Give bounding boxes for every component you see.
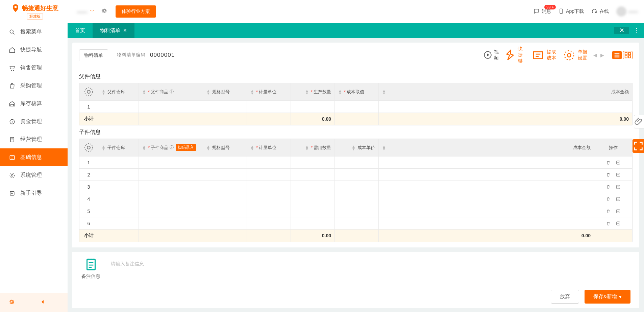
- add-row-icon[interactable]: [616, 208, 621, 214]
- col-child-unit[interactable]: ▲▼*计量单位: [247, 139, 291, 156]
- cell-parent-qty[interactable]: [291, 101, 335, 113]
- col-child-cost-amount[interactable]: ▲▼成本金额: [379, 139, 594, 156]
- col-child-spec[interactable]: ▲▼规格型号: [203, 139, 247, 156]
- col-parent-cost-amount[interactable]: ▲▼成本金额: [379, 83, 632, 100]
- cta-industry-button[interactable]: 体验行业方案: [116, 5, 156, 18]
- save-new-button[interactable]: 保存&新增 ▾: [585, 290, 630, 304]
- delete-row-icon[interactable]: [606, 208, 611, 214]
- add-row-icon[interactable]: [616, 172, 621, 178]
- card-icon: [9, 154, 16, 161]
- user-menu[interactable]: ——: [616, 6, 638, 17]
- cell-parent-product[interactable]: [139, 101, 203, 113]
- col-parent-product[interactable]: ▲▼*父件商品ⓘ: [139, 83, 203, 100]
- cell-parent-warehouse[interactable]: [98, 101, 139, 113]
- prev-record-icon[interactable]: ◀: [593, 52, 597, 58]
- sidebar-item-quicknav[interactable]: 快捷导航: [0, 41, 68, 59]
- action-doc-settings[interactable]: 单据设置: [562, 48, 588, 62]
- scan-entry-tag[interactable]: 扫码录入: [176, 144, 196, 151]
- child-row[interactable]: 3: [79, 181, 632, 193]
- action-extract-cost[interactable]: 提取成本: [531, 48, 557, 62]
- org-selector[interactable]: —— ﹀: [77, 8, 95, 15]
- help-icon[interactable]: ⓘ: [170, 145, 174, 150]
- delete-row-icon[interactable]: [606, 160, 611, 166]
- action-doc-settings-label: 单据设置: [578, 49, 588, 61]
- attachment-side-tab[interactable]: [634, 115, 644, 128]
- col-child-ops: 操作: [594, 139, 632, 156]
- delete-row-icon[interactable]: [606, 220, 611, 226]
- delete-row-icon[interactable]: [606, 184, 611, 190]
- col-child-warehouse[interactable]: ▲▼子件仓库: [98, 139, 139, 156]
- sidebar-item-system[interactable]: 系统管理: [0, 166, 68, 184]
- view-card-button[interactable]: [623, 51, 633, 59]
- sidebar-item-guide[interactable]: 新手引导: [0, 184, 68, 202]
- sidebar-item-search[interactable]: 搜索菜单: [0, 23, 68, 41]
- close-icon[interactable]: ✕: [123, 28, 127, 33]
- svg-text:¥: ¥: [11, 120, 13, 123]
- panel-mini-tab[interactable]: 物料清单: [79, 49, 108, 61]
- col-child-unit-cost[interactable]: ▲▼成本单价: [335, 139, 379, 156]
- sidebar-label: 资金管理: [20, 118, 42, 125]
- action-video-label: 视频: [494, 49, 499, 61]
- messages-link[interactable]: 消息 99 +: [534, 8, 551, 15]
- fullscreen-side-tab[interactable]: [633, 139, 644, 153]
- sidebar-label: 采购管理: [20, 82, 42, 89]
- col-parent-cost-basis[interactable]: ▲▼*成本取值: [335, 83, 379, 100]
- col-parent-unit[interactable]: ▲▼*计量单位: [247, 83, 291, 100]
- online-label: 在线: [599, 8, 609, 15]
- sidebar-item-sales[interactable]: 销售管理: [0, 59, 68, 77]
- tabs-more[interactable]: ⋮: [629, 27, 644, 34]
- help-icon[interactable]: ⓘ: [170, 89, 174, 95]
- remark-label: 备注信息: [81, 273, 100, 280]
- child-row[interactable]: 4: [79, 193, 632, 205]
- sidebar-item-baseinfo[interactable]: 基础信息: [0, 148, 68, 166]
- add-row-icon[interactable]: [616, 184, 621, 190]
- cell-parent-spec[interactable]: [203, 101, 247, 113]
- child-row[interactable]: 6: [79, 217, 632, 230]
- sidebar-item-purchase[interactable]: 采购管理: [0, 77, 68, 95]
- sidebar-item-money[interactable]: ¥ 资金管理: [0, 113, 68, 130]
- next-record-icon[interactable]: ▶: [600, 52, 604, 58]
- col-parent-qty[interactable]: ▲▼*生产数量: [291, 83, 335, 100]
- code-value: 0000001: [150, 52, 175, 58]
- add-row-icon[interactable]: [616, 220, 621, 226]
- online-support-link[interactable]: 在线: [591, 8, 609, 15]
- svg-point-18: [565, 50, 574, 59]
- cell-parent-cost-basis[interactable]: [335, 101, 379, 113]
- col-child-product[interactable]: ▲▼*子件商品ⓘ扫码录入: [139, 139, 203, 156]
- sidebar-item-ops[interactable]: 经营管理: [0, 130, 68, 148]
- col-parent-warehouse[interactable]: ▲▼父件仓库: [98, 83, 139, 100]
- tab-bom[interactable]: 物料清单 ✕: [93, 23, 134, 38]
- child-row[interactable]: 2: [79, 169, 632, 181]
- collapse-icon[interactable]: [39, 299, 46, 307]
- money-icon: ¥: [9, 118, 16, 125]
- tabs-close-all[interactable]: ✕: [614, 27, 629, 34]
- delete-row-icon[interactable]: [606, 196, 611, 202]
- add-row-icon[interactable]: [616, 160, 621, 166]
- sidebar-item-stock[interactable]: 库存核算: [0, 95, 68, 113]
- action-video[interactable]: 视频: [483, 49, 499, 61]
- cell-parent-cost-amount[interactable]: [379, 101, 632, 113]
- parent-row[interactable]: 1: [79, 101, 632, 113]
- settings-icon[interactable]: [9, 299, 15, 307]
- app-download-link[interactable]: App下载: [559, 8, 584, 15]
- col-child-qty[interactable]: ▲▼*需用数量: [291, 139, 335, 156]
- messages-label: 消息: [542, 8, 551, 15]
- action-shortcut[interactable]: 快捷键: [505, 46, 526, 64]
- view-list-button[interactable]: [612, 51, 622, 59]
- delete-row-icon[interactable]: [606, 172, 611, 178]
- svg-point-23: [87, 90, 90, 93]
- child-row[interactable]: 1: [79, 157, 632, 169]
- child-row[interactable]: 5: [79, 205, 632, 217]
- clipboard-icon: [9, 136, 16, 143]
- remark-input[interactable]: [109, 258, 633, 270]
- cell-parent-unit[interactable]: [247, 101, 291, 113]
- footer-bar: 放弃 保存&新增 ▾: [72, 285, 639, 308]
- add-row-icon[interactable]: [616, 196, 621, 202]
- svg-rect-22: [628, 56, 630, 58]
- col-parent-spec[interactable]: ▲▼规格型号: [203, 83, 247, 100]
- discard-button[interactable]: 放弃: [551, 290, 579, 304]
- column-config-icon[interactable]: [79, 83, 98, 100]
- tab-home[interactable]: 首页: [68, 23, 93, 38]
- column-config-icon[interactable]: [79, 139, 98, 156]
- org-settings-icon[interactable]: [101, 8, 107, 16]
